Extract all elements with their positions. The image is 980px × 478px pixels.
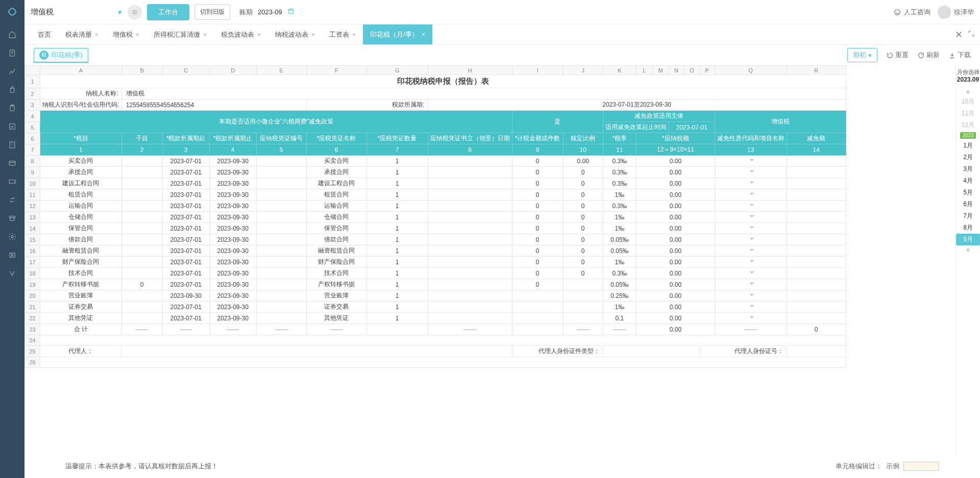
username: 徐泽华 bbox=[954, 8, 974, 17]
app-logo bbox=[5, 4, 20, 19]
nav-bag-icon[interactable] bbox=[0, 81, 24, 99]
month-option[interactable]: 5月 bbox=[956, 187, 980, 198]
nav-video-icon[interactable] bbox=[0, 246, 24, 264]
calendar-icon[interactable] bbox=[287, 8, 295, 16]
period-init-button[interactable]: 期初 ▾ bbox=[847, 48, 877, 62]
svg-rect-5 bbox=[9, 161, 15, 165]
tab-2[interactable]: 增值税× bbox=[106, 24, 146, 44]
svg-point-11 bbox=[895, 9, 900, 15]
consult-link[interactable]: 人工咨询 bbox=[894, 8, 930, 17]
tab-6[interactable]: 工资表× bbox=[322, 24, 363, 44]
footer: 温馨提示：本表供参考，请认真核对数据后再上报！ 单元格编辑过： 示例 bbox=[24, 455, 980, 478]
month-option[interactable]: 6月 bbox=[956, 198, 980, 210]
month-option[interactable]: 11月 bbox=[956, 108, 980, 119]
sub-tab-label: 印花税(季) bbox=[52, 51, 83, 60]
menu-icon[interactable] bbox=[128, 5, 142, 19]
workspace-button[interactable]: 工作台 bbox=[147, 4, 189, 20]
switch-old-button[interactable]: 切到旧版 bbox=[194, 4, 230, 20]
tab-label: 所得税汇算清缴 bbox=[154, 30, 200, 39]
sample-swatch bbox=[903, 462, 939, 471]
left-nav bbox=[0, 0, 24, 478]
tab-label: 工资表 bbox=[329, 30, 349, 39]
svg-point-8 bbox=[11, 236, 13, 238]
nav-v-icon[interactable] bbox=[0, 264, 24, 283]
download-button[interactable]: 下载 bbox=[949, 51, 971, 60]
month-option[interactable]: 3月 bbox=[956, 163, 980, 175]
nav-archive-icon[interactable] bbox=[0, 209, 24, 228]
month-panel: 月份选择 2023.09 ▲ 10月11月12月 2023 1月2月3月4月5月… bbox=[955, 65, 980, 455]
spreadsheet[interactable]: ABCDEFGHIJKLMNOPQR1印花税纳税申报（报告）表2纳税人名称:增值… bbox=[24, 65, 955, 455]
month-option[interactable]: 10月 bbox=[956, 96, 980, 108]
month-option[interactable]: 2月 bbox=[956, 152, 980, 163]
nav-settings-icon[interactable] bbox=[0, 228, 24, 246]
tab-label: 税表清册 bbox=[65, 30, 92, 39]
nav-home-icon[interactable] bbox=[0, 26, 24, 44]
company-name: 增值税 bbox=[31, 7, 54, 17]
month-panel-title: 月份选择 bbox=[957, 68, 979, 76]
edit-label: 单元格编辑过： bbox=[836, 462, 882, 471]
nav-wallet-icon[interactable] bbox=[0, 172, 24, 191]
sub-tab-row: 税 印花税(季) 期初 ▾ 重置 刷新 下载 bbox=[24, 45, 980, 65]
close-icon[interactable]: × bbox=[95, 31, 99, 38]
user-menu[interactable]: 徐泽华 bbox=[938, 6, 974, 19]
month-option[interactable]: 8月 bbox=[956, 222, 980, 234]
tab-label: 首页 bbox=[38, 30, 51, 39]
tab-1[interactable]: 税表清册× bbox=[58, 24, 106, 44]
reset-button[interactable]: 重置 bbox=[887, 51, 909, 60]
nav-transfer-icon[interactable] bbox=[0, 191, 24, 209]
period-value: 2023-09 bbox=[258, 8, 282, 16]
month-option[interactable]: 4月 bbox=[956, 175, 980, 187]
sub-tab-icon: 税 bbox=[39, 51, 48, 60]
close-icon[interactable]: × bbox=[136, 31, 139, 38]
tab-label: 纳税波动表 bbox=[275, 30, 308, 39]
svg-rect-9 bbox=[10, 253, 15, 257]
up-arrow-icon[interactable]: ▲ bbox=[965, 87, 971, 95]
period-label: 账期 bbox=[239, 8, 253, 17]
close-all-icon[interactable]: ✕ bbox=[955, 29, 963, 40]
month-option[interactable]: 9月 bbox=[956, 234, 980, 245]
sub-tab[interactable]: 税 印花税(季) bbox=[34, 48, 88, 63]
consult-label: 人工咨询 bbox=[904, 8, 930, 17]
nav-doc-icon[interactable] bbox=[0, 44, 24, 62]
expand-icon[interactable] bbox=[968, 30, 975, 39]
company-selector[interactable]: 增值税 ▾ bbox=[31, 7, 122, 17]
tab-7[interactable]: 印花税（月/季）× bbox=[363, 24, 432, 44]
tab-label: 印花税（月/季） bbox=[370, 30, 419, 39]
nav-report-icon[interactable] bbox=[0, 117, 24, 136]
tab-5[interactable]: 纳税波动表× bbox=[268, 24, 322, 44]
tab-bar: 首页税表清册×增值税×所得税汇算清缴×税负波动表×纳税波动表×工资表×印花税（月… bbox=[24, 24, 980, 45]
nav-building-icon[interactable] bbox=[0, 136, 24, 154]
year-badge: 2023 bbox=[960, 132, 975, 139]
tab-0[interactable]: 首页 bbox=[31, 24, 58, 44]
down-arrow-icon[interactable]: ▼ bbox=[965, 246, 971, 254]
month-option[interactable]: 7月 bbox=[956, 210, 980, 222]
svg-rect-10 bbox=[288, 9, 293, 14]
month-option[interactable]: 12月 bbox=[956, 119, 980, 131]
month-option[interactable]: 1月 bbox=[956, 140, 980, 152]
chevron-down-icon: ▾ bbox=[118, 8, 122, 17]
nav-clipboard-icon[interactable] bbox=[0, 99, 24, 117]
tab-label: 增值税 bbox=[113, 30, 133, 39]
chevron-down-icon: ▾ bbox=[868, 52, 872, 59]
close-icon[interactable]: × bbox=[257, 31, 261, 38]
refresh-button[interactable]: 刷新 bbox=[918, 51, 940, 60]
close-icon[interactable]: × bbox=[203, 31, 207, 38]
svg-rect-7 bbox=[10, 218, 14, 220]
nav-card-icon[interactable] bbox=[0, 154, 24, 172]
tab-4[interactable]: 税负波动表× bbox=[214, 24, 268, 44]
tab-3[interactable]: 所得税汇算清缴× bbox=[146, 24, 214, 44]
month-panel-current: 2023.09 bbox=[957, 76, 979, 83]
sample-label: 示例 bbox=[886, 462, 899, 471]
close-icon[interactable]: × bbox=[422, 31, 425, 38]
topbar: 增值税 ▾ 工作台 切到旧版 账期 2023-09 人工咨询 徐泽华 bbox=[24, 0, 980, 24]
close-icon[interactable]: × bbox=[311, 31, 315, 38]
footer-hint: 温馨提示：本表供参考，请认真核对数据后再上报！ bbox=[65, 462, 218, 471]
svg-rect-4 bbox=[10, 142, 14, 148]
nav-chart-icon[interactable] bbox=[0, 62, 24, 81]
tab-label: 税负波动表 bbox=[221, 30, 254, 39]
close-icon[interactable]: × bbox=[352, 31, 356, 38]
avatar bbox=[938, 6, 951, 19]
